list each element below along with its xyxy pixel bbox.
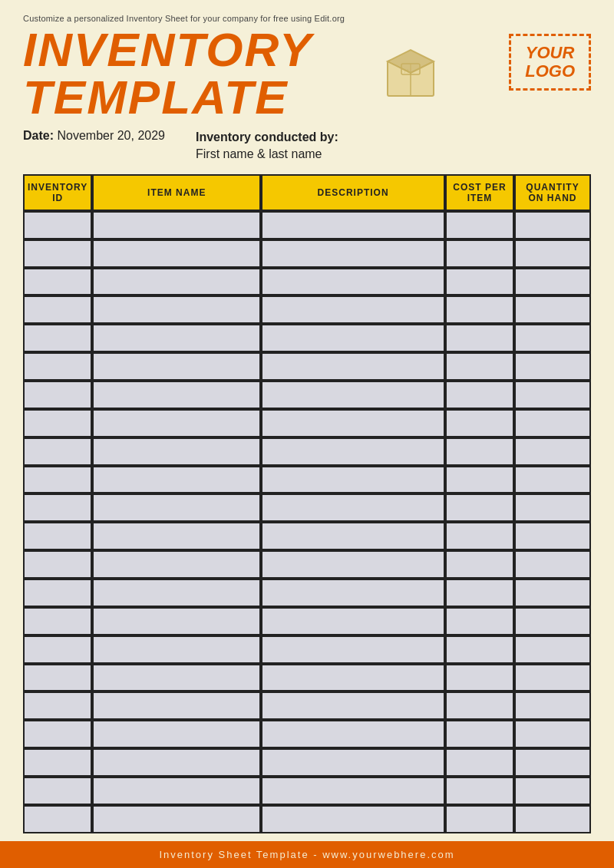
table-cell-16-2[interactable]: [261, 664, 445, 692]
table-cell-5-0[interactable]: [23, 352, 92, 381]
table-cell-13-1[interactable]: [92, 579, 261, 607]
table-cell-7-0[interactable]: [23, 409, 92, 437]
table-cell-20-1[interactable]: [92, 777, 261, 805]
table-cell-0-4[interactable]: [514, 211, 591, 239]
table-cell-1-2[interactable]: [261, 239, 445, 268]
table-cell-4-4[interactable]: [514, 324, 591, 352]
table-cell-3-4[interactable]: [514, 295, 591, 324]
table-cell-3-1[interactable]: [92, 295, 261, 324]
table-cell-10-4[interactable]: [514, 493, 591, 522]
table-cell-19-1[interactable]: [92, 748, 261, 777]
table-cell-15-2[interactable]: [261, 635, 445, 664]
table-cell-5-4[interactable]: [514, 352, 591, 381]
table-cell-6-0[interactable]: [23, 381, 92, 409]
table-cell-3-0[interactable]: [23, 295, 92, 324]
table-cell-21-3[interactable]: [445, 805, 514, 833]
table-cell-10-0[interactable]: [23, 493, 92, 522]
table-cell-20-4[interactable]: [514, 777, 591, 805]
table-cell-19-4[interactable]: [514, 748, 591, 777]
table-cell-20-0[interactable]: [23, 777, 92, 805]
table-cell-3-2[interactable]: [261, 295, 445, 324]
table-cell-2-1[interactable]: [92, 268, 261, 296]
table-cell-0-3[interactable]: [445, 211, 514, 239]
table-cell-14-1[interactable]: [92, 607, 261, 635]
table-cell-18-4[interactable]: [514, 720, 591, 748]
table-cell-12-2[interactable]: [261, 550, 445, 579]
table-cell-9-1[interactable]: [92, 466, 261, 494]
table-cell-13-2[interactable]: [261, 579, 445, 607]
table-cell-15-0[interactable]: [23, 635, 92, 664]
table-cell-7-2[interactable]: [261, 409, 445, 437]
table-cell-20-2[interactable]: [261, 777, 445, 805]
table-cell-15-4[interactable]: [514, 635, 591, 664]
table-cell-4-1[interactable]: [92, 324, 261, 352]
table-cell-18-3[interactable]: [445, 720, 514, 748]
table-cell-1-0[interactable]: [23, 239, 92, 268]
table-cell-8-2[interactable]: [261, 437, 445, 466]
table-cell-8-4[interactable]: [514, 437, 591, 466]
table-cell-15-3[interactable]: [445, 635, 514, 664]
table-cell-16-3[interactable]: [445, 664, 514, 692]
table-cell-0-1[interactable]: [92, 211, 261, 239]
table-cell-19-3[interactable]: [445, 748, 514, 777]
table-cell-5-1[interactable]: [92, 352, 261, 381]
table-cell-14-4[interactable]: [514, 607, 591, 635]
table-cell-4-0[interactable]: [23, 324, 92, 352]
table-cell-19-2[interactable]: [261, 748, 445, 777]
table-cell-3-3[interactable]: [445, 295, 514, 324]
table-cell-2-3[interactable]: [445, 268, 514, 296]
table-cell-9-0[interactable]: [23, 466, 92, 494]
table-cell-9-2[interactable]: [261, 466, 445, 494]
table-cell-9-4[interactable]: [514, 466, 591, 494]
table-cell-6-4[interactable]: [514, 381, 591, 409]
table-cell-12-0[interactable]: [23, 550, 92, 579]
table-cell-16-4[interactable]: [514, 664, 591, 692]
table-cell-20-3[interactable]: [445, 777, 514, 805]
table-cell-11-3[interactable]: [445, 522, 514, 550]
table-cell-8-0[interactable]: [23, 437, 92, 466]
table-cell-6-3[interactable]: [445, 381, 514, 409]
table-cell-8-1[interactable]: [92, 437, 261, 466]
table-cell-21-4[interactable]: [514, 805, 591, 833]
table-cell-2-0[interactable]: [23, 268, 92, 296]
table-cell-16-0[interactable]: [23, 664, 92, 692]
table-cell-15-1[interactable]: [92, 635, 261, 664]
table-cell-1-4[interactable]: [514, 239, 591, 268]
table-cell-2-4[interactable]: [514, 268, 591, 296]
table-cell-5-2[interactable]: [261, 352, 445, 381]
table-cell-16-1[interactable]: [92, 664, 261, 692]
table-cell-11-2[interactable]: [261, 522, 445, 550]
table-cell-8-3[interactable]: [445, 437, 514, 466]
table-cell-17-3[interactable]: [445, 691, 514, 720]
table-cell-21-1[interactable]: [92, 805, 261, 833]
table-cell-19-0[interactable]: [23, 748, 92, 777]
table-cell-17-0[interactable]: [23, 691, 92, 720]
table-cell-12-4[interactable]: [514, 550, 591, 579]
table-cell-13-0[interactable]: [23, 579, 92, 607]
table-cell-17-1[interactable]: [92, 691, 261, 720]
table-cell-13-3[interactable]: [445, 579, 514, 607]
table-cell-1-3[interactable]: [445, 239, 514, 268]
table-cell-2-2[interactable]: [261, 268, 445, 296]
table-cell-4-2[interactable]: [261, 324, 445, 352]
table-cell-14-2[interactable]: [261, 607, 445, 635]
table-cell-7-3[interactable]: [445, 409, 514, 437]
table-cell-7-4[interactable]: [514, 409, 591, 437]
table-cell-10-1[interactable]: [92, 493, 261, 522]
table-cell-17-2[interactable]: [261, 691, 445, 720]
table-cell-6-2[interactable]: [261, 381, 445, 409]
table-cell-7-1[interactable]: [92, 409, 261, 437]
table-cell-0-2[interactable]: [261, 211, 445, 239]
table-cell-1-1[interactable]: [92, 239, 261, 268]
table-cell-11-1[interactable]: [92, 522, 261, 550]
table-cell-14-0[interactable]: [23, 607, 92, 635]
table-cell-11-4[interactable]: [514, 522, 591, 550]
table-cell-6-1[interactable]: [92, 381, 261, 409]
table-cell-10-2[interactable]: [261, 493, 445, 522]
table-cell-17-4[interactable]: [514, 691, 591, 720]
table-cell-9-3[interactable]: [445, 466, 514, 494]
table-cell-5-3[interactable]: [445, 352, 514, 381]
table-cell-4-3[interactable]: [445, 324, 514, 352]
table-cell-10-3[interactable]: [445, 493, 514, 522]
table-cell-18-1[interactable]: [92, 720, 261, 748]
